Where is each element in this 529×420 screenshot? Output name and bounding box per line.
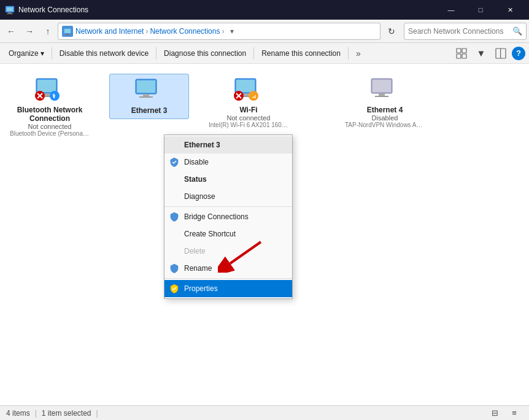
disable-label: Disable this network device bbox=[60, 49, 149, 58]
help-button[interactable]: ? bbox=[512, 47, 525, 60]
item-count: 4 items bbox=[6, 409, 30, 418]
up-button[interactable]: ↑ bbox=[39, 23, 56, 40]
ctx-sep-1 bbox=[164, 206, 292, 207]
ctx-rename-icon bbox=[169, 263, 179, 273]
ctx-status[interactable]: Status bbox=[164, 171, 292, 188]
ethernet4-status: Disabled bbox=[372, 114, 398, 122]
toolbar-separator-3 bbox=[253, 47, 254, 60]
ethernet4-name: Ethernet 4 bbox=[367, 106, 403, 114]
network-item-bluetooth[interactable]: ⚕ Bluetooth Network Connection Not conne… bbox=[10, 74, 90, 141]
ctx-delete: Delete bbox=[164, 243, 292, 260]
context-menu-header: Ethernet 3 bbox=[164, 136, 292, 154]
status-view-btn2[interactable]: ≡ bbox=[506, 405, 523, 421]
selected-count: 1 item selected bbox=[42, 409, 91, 418]
search-input[interactable] bbox=[408, 27, 512, 36]
more-button[interactable]: » bbox=[351, 45, 366, 61]
path-sep1: › bbox=[145, 27, 148, 36]
forward-button[interactable]: → bbox=[21, 23, 38, 40]
toolbar-separator-2 bbox=[156, 47, 156, 60]
ethernet3-computer-icon bbox=[133, 78, 163, 103]
ethernet4-icon-wrap bbox=[369, 77, 401, 103]
organize-button[interactable]: Organize ▾ bbox=[4, 45, 49, 61]
network-item-ethernet4[interactable]: Ethernet 4 Disabled TAP-NordVPN Windows … bbox=[345, 74, 425, 132]
address-path[interactable]: Network and Internet › Network Connectio… bbox=[58, 23, 380, 40]
svg-rect-9 bbox=[462, 49, 466, 53]
path-segment1[interactable]: Network and Internet bbox=[75, 27, 144, 36]
file-area: ⚕ Bluetooth Network Connection Not conne… bbox=[0, 64, 529, 405]
ctx-props-icon bbox=[169, 284, 179, 294]
svg-rect-7 bbox=[64, 34, 71, 35]
svg-rect-5 bbox=[64, 29, 71, 33]
svg-rect-3 bbox=[7, 14, 13, 14]
title-bar: Network Connections — □ ✕ bbox=[0, 0, 529, 20]
address-bar: ← → ↑ Network and Internet › Network Con… bbox=[0, 20, 529, 43]
context-menu: Ethernet 3 Disable Status Diagnose bbox=[164, 134, 293, 299]
ctx-shortcut[interactable]: Create Shortcut bbox=[164, 225, 292, 243]
status-sep-1: | bbox=[35, 409, 37, 418]
network-item-ethernet3[interactable]: Ethernet 3 bbox=[109, 74, 189, 119]
svg-rect-39 bbox=[375, 96, 388, 97]
path-icon bbox=[62, 26, 73, 37]
status-view-btn1[interactable]: ⊟ bbox=[486, 405, 503, 421]
window-controls: — □ ✕ bbox=[437, 0, 524, 20]
minimize-button[interactable]: — bbox=[437, 0, 465, 20]
path-segment2[interactable]: Network Connections bbox=[150, 27, 220, 36]
preview-button[interactable] bbox=[492, 45, 509, 61]
diagnose-label: Diagnose this connection bbox=[164, 49, 246, 58]
svg-rect-8 bbox=[457, 49, 461, 53]
svg-text:📶: 📶 bbox=[251, 93, 257, 99]
wifi-icon-wrap: 📶 bbox=[233, 77, 264, 103]
search-icon[interactable]: 🔍 bbox=[512, 26, 522, 36]
svg-rect-15 bbox=[37, 80, 56, 92]
ctx-header-label: Ethernet 3 bbox=[184, 141, 220, 149]
maximize-button[interactable]: □ bbox=[466, 0, 495, 20]
svg-rect-10 bbox=[457, 54, 461, 58]
more-icon: » bbox=[356, 49, 361, 58]
svg-rect-6 bbox=[66, 34, 69, 35]
app-icon bbox=[5, 5, 15, 15]
svg-rect-38 bbox=[379, 93, 385, 96]
toolbar-separator-4 bbox=[348, 47, 349, 60]
path-dropdown[interactable]: ▾ bbox=[226, 23, 238, 40]
wifi-name: Wi-Fi bbox=[239, 106, 257, 114]
refresh-button[interactable]: ↻ bbox=[383, 23, 400, 40]
back-button[interactable]: ← bbox=[2, 23, 20, 40]
ctx-rename[interactable]: Rename bbox=[164, 260, 292, 277]
svg-rect-11 bbox=[462, 54, 466, 58]
diagnose-button[interactable]: Diagnose this connection bbox=[159, 45, 251, 61]
path-sep2: › bbox=[222, 27, 224, 36]
view-toggle-button[interactable] bbox=[453, 45, 470, 61]
organize-label: Organize bbox=[9, 49, 39, 58]
disable-button[interactable]: Disable this network device bbox=[55, 45, 153, 61]
bluetooth-icon-wrap: ⚕ bbox=[34, 77, 66, 103]
toolbar-right: ▼ ? bbox=[453, 45, 525, 61]
toolbar: Organize ▾ Disable this network device D… bbox=[0, 43, 529, 64]
main-content: ⚕ Bluetooth Network Connection Not conne… bbox=[0, 64, 529, 405]
svg-rect-13 bbox=[500, 49, 501, 58]
toolbar-separator-1 bbox=[52, 47, 52, 60]
close-button[interactable]: ✕ bbox=[496, 0, 524, 20]
ethernet4-computer-icon bbox=[369, 77, 398, 102]
svg-rect-26 bbox=[139, 96, 153, 98]
bluetooth-detail: Bluetooth Device (Personal Area ... bbox=[10, 130, 90, 137]
bluetooth-name: Bluetooth Network Connection bbox=[14, 106, 86, 123]
search-box: 🔍 bbox=[404, 23, 527, 40]
ethernet4-detail: TAP-NordVPN Windows Adapter ... bbox=[345, 122, 425, 128]
bluetooth-computer-icon: ⚕ bbox=[34, 77, 63, 102]
network-item-wifi[interactable]: 📶 Wi-Fi Not connected Intel(R) Wi-Fi 6 A… bbox=[209, 74, 288, 132]
ctx-properties[interactable]: Properties bbox=[164, 280, 292, 297]
rename-label: Rename this connection bbox=[261, 49, 341, 58]
wifi-status: Not connected bbox=[227, 114, 271, 122]
svg-rect-28 bbox=[236, 80, 255, 92]
ctx-bridge[interactable]: Bridge Connections bbox=[164, 208, 292, 225]
svg-rect-1 bbox=[7, 7, 13, 11]
ctx-disable-icon bbox=[169, 157, 179, 167]
view-dropdown-button[interactable]: ▼ bbox=[473, 45, 490, 61]
ctx-disable[interactable]: Disable bbox=[164, 154, 292, 171]
svg-rect-24 bbox=[137, 80, 155, 93]
svg-rect-37 bbox=[373, 80, 391, 92]
wifi-detail: Intel(R) Wi-Fi 6 AX201 160MHz bbox=[209, 122, 288, 128]
bluetooth-status: Not connected bbox=[28, 123, 72, 130]
ctx-diagnose[interactable]: Diagnose bbox=[164, 188, 292, 205]
rename-button[interactable]: Rename this connection bbox=[257, 45, 346, 61]
